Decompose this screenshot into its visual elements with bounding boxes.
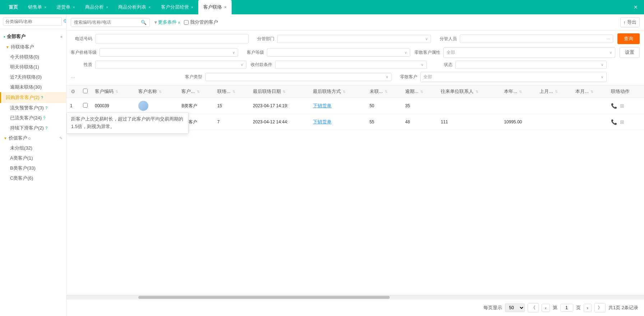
th-settings[interactable]: ⚙ (66, 85, 79, 98)
sidebar-already-lost[interactable]: 已流失客户(24) ? (0, 113, 66, 123)
export-btn[interactable]: ↑ 导出 (620, 17, 640, 27)
query-btn[interactable]: 查询 (617, 33, 640, 44)
tab-analysis[interactable]: 商品分析 × (80, 0, 113, 14)
tab-sales[interactable]: 销售单 × (23, 0, 51, 14)
per-page-select[interactable]: 50 20 100 (505, 303, 525, 312)
sidebar-declining-help-icon[interactable]: ? (45, 126, 47, 130)
tab-customer-seg-close[interactable]: × (191, 5, 193, 9)
filter-level-select[interactable]: ∨ (267, 48, 410, 57)
page-number-input[interactable] (560, 304, 573, 312)
tab-analysis-list-close[interactable]: × (148, 5, 150, 9)
th-contact-sort[interactable]: ⇅ (232, 90, 235, 94)
filter-dept-select[interactable]: ∨ (277, 35, 431, 43)
sidebar-value-group[interactable]: ▼ 价值客户 ○ ✎ (0, 133, 66, 143)
first-page-btn[interactable]: 《 (528, 303, 539, 312)
td-check-1[interactable] (79, 98, 91, 114)
td-last-date-1: 2023-04-17 14:19: (249, 98, 309, 114)
tab-customer-seg[interactable]: 客户分层经营 × (156, 0, 198, 14)
table-settings-icon[interactable]: ⚙ (71, 89, 75, 94)
tab-purchase[interactable]: 进货单 × (51, 0, 80, 14)
action-more-icon-1[interactable]: ⊞ (620, 103, 624, 109)
tab-sales-close[interactable]: × (44, 5, 46, 9)
tab-customer-contact-close[interactable]: × (224, 5, 226, 9)
th-checkbox[interactable] (79, 85, 91, 98)
filter-retail-attr-select[interactable]: 全部 ∨ (443, 47, 616, 58)
th-last-method-sort[interactable]: ⇅ (343, 90, 346, 94)
sidebar-class-b[interactable]: B类客户(33) (0, 163, 66, 173)
filter-manager-select[interactable]: ··· (460, 34, 613, 43)
filter-gender-select[interactable]: ∨ (95, 61, 246, 69)
tab-analysis-list[interactable]: 商品分析列表 × (113, 0, 156, 14)
settings-btn[interactable]: 设置 (620, 47, 640, 58)
last-page-btn[interactable]: 》 (594, 303, 606, 312)
sidebar-declining[interactable]: 持续下滑客户(2) ? (0, 123, 66, 133)
th-category-sort[interactable]: ⇅ (197, 90, 200, 94)
scrollbar-thumb[interactable] (138, 296, 390, 299)
sidebar-search-icon[interactable]: 🔍 (63, 19, 66, 24)
sidebar-collapse-btn[interactable]: « (60, 34, 62, 39)
sidebar-search-input[interactable] (3, 17, 62, 26)
my-customers-label: 我分管的客户 (190, 19, 218, 25)
th-last-month-sort[interactable]: ⇅ (555, 90, 558, 94)
sidebar-item-7days[interactable]: 近7天待联络(0) (0, 72, 66, 82)
sidebar-already-lost-help-icon[interactable]: ? (43, 116, 45, 120)
action-call-icon-1[interactable]: 📞 (611, 103, 617, 109)
sidebar-pending-group[interactable]: ▼ 待联络客户 (0, 42, 66, 52)
td-last-method-link-1[interactable]: 下销货单 (313, 103, 332, 108)
main-search-icon[interactable]: 🔍 (141, 20, 147, 25)
th-code-sort[interactable]: ⇅ (115, 90, 118, 94)
sidebar-ungrouped[interactable]: 未分组(32) (0, 143, 66, 153)
row1-checkbox[interactable] (83, 103, 88, 108)
sidebar-value-group-edit-icon[interactable]: ✎ (59, 136, 62, 141)
td-last-method-2[interactable]: 下销货单 (309, 114, 366, 130)
sidebar-declining-label: 持续下滑客户(2) (10, 125, 44, 131)
horizontal-scrollbar[interactable] (66, 295, 644, 299)
sidebar-value-group-edit[interactable]: ○ (28, 136, 31, 141)
td-avatar-1 (138, 101, 148, 111)
sidebar-repurchase-abnormal[interactable]: 回购异常客户(2) ? (0, 92, 66, 103)
sidebar-class-a[interactable]: A类客户(1) (0, 153, 66, 163)
my-customers-checkbox[interactable] (184, 20, 189, 25)
sidebar-item-today[interactable]: 今天待联络(0) (0, 52, 66, 62)
main-search-input[interactable] (74, 20, 141, 25)
th-this-month-sort[interactable]: ⇅ (590, 90, 593, 94)
filter-dots[interactable]: ··· (71, 74, 75, 80)
action-more-icon-2[interactable]: ⊞ (620, 119, 624, 125)
filter-retail-customer-select[interactable]: 全部 ∨ (420, 72, 607, 82)
th-not-contacted-sort[interactable]: ⇅ (385, 90, 388, 94)
filter-payment-select[interactable]: ∨ (275, 61, 426, 69)
sidebar-repurchase-help-icon[interactable]: ? (41, 95, 43, 100)
filter-manager-dots[interactable]: ··· (607, 37, 610, 41)
my-customers-filter[interactable]: 我分管的客户 (184, 19, 218, 25)
sidebar-lost-warning[interactable]: 流失预警客户(3) ? (0, 103, 66, 113)
filter-phone-label: 电话号码 (71, 36, 92, 42)
filter-status-select[interactable]: ∨ (455, 61, 607, 69)
th-name-sort[interactable]: ⇅ (159, 90, 162, 94)
filter-customer-type-select[interactable]: ∨ (205, 73, 392, 81)
td-last-method-link-2[interactable]: 下销货单 (313, 119, 332, 124)
filter-price-select[interactable]: ∨ (99, 48, 238, 57)
filter-phone-input[interactable] (95, 34, 249, 43)
select-all-checkbox[interactable] (83, 89, 88, 93)
tab-analysis-close[interactable]: × (106, 5, 108, 9)
action-call-icon-2[interactable]: 📞 (611, 119, 617, 125)
th-company-contact-sort[interactable]: ⇅ (476, 90, 478, 94)
more-conditions-btn[interactable]: ▼ 更多条件 ∧ (153, 19, 180, 25)
filter-manager-cell: 分管人员 ··· (435, 34, 613, 43)
tab-purchase-close[interactable]: × (73, 5, 75, 9)
td-last-method-1[interactable]: 下销货单 (309, 98, 366, 114)
th-overdue-sort[interactable]: ⇅ (420, 90, 423, 94)
next-page-btn[interactable]: › (584, 304, 592, 312)
tab-customer-contact[interactable]: 客户联络 × (198, 0, 231, 14)
tab-home[interactable]: 首页 (4, 0, 23, 14)
filter-dots-cell: ··· (71, 74, 176, 80)
sidebar-lost-warning-help-icon[interactable]: ? (45, 106, 47, 110)
sidebar-item-overdue[interactable]: 逾期未联络(30) (0, 82, 66, 92)
sidebar-class-c[interactable]: C类客户(6) (0, 173, 66, 183)
sidebar-all-customers[interactable]: ▪ 全部客户 « (0, 31, 66, 42)
close-window-btn[interactable]: × (631, 4, 640, 11)
th-last-date-sort[interactable]: ⇅ (283, 90, 286, 94)
prev-page-btn[interactable]: ‹ (542, 304, 550, 312)
th-this-year-sort[interactable]: ⇅ (519, 90, 522, 94)
sidebar-item-tomorrow[interactable]: 明天待联络(1) (0, 62, 66, 72)
